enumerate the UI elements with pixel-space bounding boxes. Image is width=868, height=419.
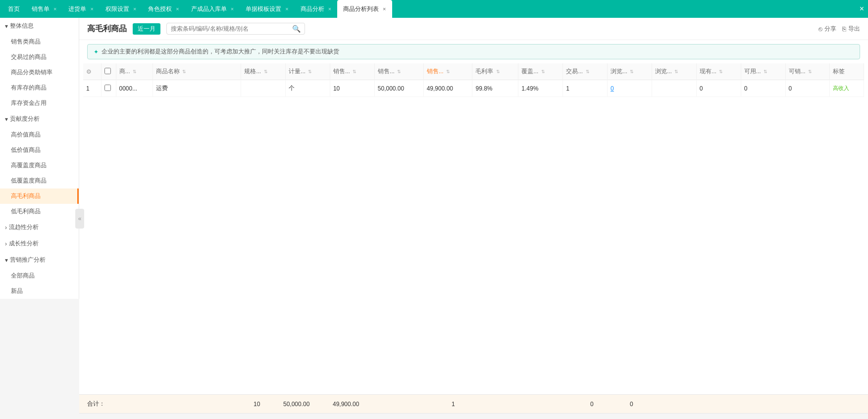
bottom-scrollbar[interactable] bbox=[79, 413, 868, 419]
tab-home[interactable]: 首页 bbox=[2, 0, 26, 18]
sidebar-item-high-coverage[interactable]: 高覆盖度商品 bbox=[0, 158, 79, 173]
sort-icon-stock1[interactable]: ⇅ bbox=[719, 69, 723, 74]
sidebar-item-high-value[interactable]: 高价值商品 bbox=[0, 127, 79, 142]
col-tag: 标签 bbox=[830, 63, 864, 80]
sidebar-item-category-rate[interactable]: 商品分类助销率 bbox=[0, 65, 79, 80]
tab-product-analysis-list[interactable]: 商品分析列表 × bbox=[337, 0, 392, 18]
sort-icon-sales3[interactable]: ⇅ bbox=[446, 69, 450, 74]
close-tab-role[interactable]: × bbox=[176, 6, 179, 12]
cell-tag: 高收入 bbox=[830, 80, 864, 97]
chevron-down-icon-2: ▾ bbox=[5, 116, 8, 123]
sort-icon-browse1[interactable]: ⇅ bbox=[630, 69, 634, 74]
cell-browse2 bbox=[652, 80, 696, 97]
tab-product-analysis[interactable]: 商品分析 × bbox=[295, 0, 337, 18]
sidebar-item-traded-goods[interactable]: 交易过的商品 bbox=[0, 49, 79, 65]
sidebar-item-stock-capital[interactable]: 库存资金占用 bbox=[0, 95, 79, 111]
tab-template-settings[interactable]: 单据模板设置 × bbox=[240, 0, 294, 18]
period-filter-button[interactable]: 近一月 bbox=[133, 23, 160, 35]
sidebar-collapse-button[interactable]: « bbox=[75, 209, 84, 229]
sort-icon-stock2[interactable]: ⇅ bbox=[764, 69, 767, 74]
footer-label: 合计： bbox=[87, 400, 127, 408]
col-code: 商... ⇅ bbox=[116, 63, 153, 80]
sidebar: ▾ 整体信息 销售类商品 交易过的商品 商品分类助销率 有库存的商品 库存资金占… bbox=[0, 18, 79, 299]
sidebar-item-low-value[interactable]: 低价值商品 bbox=[0, 142, 79, 158]
footer-cell-stock1: 0 bbox=[587, 401, 627, 408]
sidebar-item-all-products[interactable]: 全部商品 bbox=[0, 268, 79, 283]
sidebar-group-growth[interactable]: › 成长性分析 bbox=[0, 235, 79, 252]
cell-coverage: 1.49% bbox=[518, 80, 563, 97]
sidebar-item-high-margin[interactable]: 高毛利商品 bbox=[0, 188, 79, 204]
search-icon[interactable]: 🔍 bbox=[292, 25, 301, 33]
export-button[interactable]: ⎘ 导出 bbox=[842, 25, 860, 33]
tab-product-storage[interactable]: 产成品入库单 × bbox=[185, 0, 240, 18]
footer-cell-sales3: 49,900.00 bbox=[330, 401, 379, 408]
tab-sales-order[interactable]: 销售单 × bbox=[26, 0, 62, 18]
close-tab-permission[interactable]: × bbox=[133, 6, 136, 12]
header-actions: ⎋ 分享 ⎘ 导出 bbox=[818, 25, 860, 33]
sort-icon-coverage[interactable]: ⇅ bbox=[541, 69, 545, 74]
sort-icon-spec[interactable]: ⇅ bbox=[264, 69, 268, 74]
cell-stock3: 0 bbox=[785, 80, 830, 97]
sidebar-group-overall[interactable]: ▾ 整体信息 bbox=[0, 18, 79, 34]
sidebar-group-marketing[interactable]: ▾ 营销推广分析 bbox=[0, 252, 79, 268]
share-button[interactable]: ⎋ 分享 bbox=[818, 25, 836, 33]
chevron-down-icon-3: ▾ bbox=[5, 257, 8, 264]
info-banner: ✦ 企业的主要的利润都是这部分商品创造的，可考虑加大推广，同时关注库存是不要出现… bbox=[87, 44, 860, 59]
sort-icon-unit[interactable]: ⇅ bbox=[308, 69, 312, 74]
cell-gross-rate: 99.8% bbox=[472, 80, 518, 97]
close-tab-template[interactable]: × bbox=[285, 6, 288, 12]
close-tab-analysis[interactable]: × bbox=[328, 6, 331, 12]
close-tab-sales[interactable]: × bbox=[53, 6, 56, 12]
footer-values: 10 50,000.00 49,900.00 1 0 0 bbox=[127, 401, 860, 408]
sidebar-item-new-products[interactable]: 新品 bbox=[0, 283, 79, 299]
cell-unit: 个 bbox=[286, 80, 330, 97]
footer-cell-empty3 bbox=[488, 401, 587, 408]
col-coverage: 覆盖... ⇅ bbox=[518, 63, 563, 80]
sidebar-group-trend[interactable]: › 流趋性分析 bbox=[0, 219, 79, 235]
close-all-tabs[interactable]: × bbox=[860, 5, 864, 13]
info-icon: ✦ bbox=[94, 48, 99, 55]
col-spec: 规格... ⇅ bbox=[241, 63, 286, 80]
sidebar-group-contribution[interactable]: ▾ 贡献度分析 bbox=[0, 111, 79, 127]
sort-icon-sales1[interactable]: ⇅ bbox=[353, 69, 357, 74]
col-sales3: 销售... ⇅ bbox=[423, 63, 472, 80]
settings-icon[interactable]: ⚙ bbox=[86, 68, 92, 75]
data-table-wrapper: ⚙ 商... ⇅ 商品名称 ⇅ bbox=[79, 63, 868, 394]
col-gross-rate: 毛利率 ⇅ bbox=[472, 63, 518, 80]
chevron-right-icon-2: › bbox=[5, 240, 7, 247]
tab-purchase-order[interactable]: 进货单 × bbox=[62, 0, 99, 18]
close-tab-product-storage[interactable]: × bbox=[231, 6, 234, 12]
chevron-down-icon: ▾ bbox=[5, 23, 8, 30]
sidebar-item-in-stock[interactable]: 有库存的商品 bbox=[0, 80, 79, 95]
sort-icon-transaction[interactable]: ⇅ bbox=[586, 69, 590, 74]
sidebar-item-sales-goods[interactable]: 销售类商品 bbox=[0, 34, 79, 49]
col-stock1: 现有... ⇅ bbox=[696, 63, 741, 80]
sort-icon-name[interactable]: ⇅ bbox=[182, 69, 186, 74]
select-all-checkbox[interactable] bbox=[104, 68, 111, 74]
top-navigation: 首页 销售单 × 进货单 × 权限设置 × 角色授权 × 产成品入库单 × 单据… bbox=[0, 0, 868, 18]
footer-cell-empty1 bbox=[127, 401, 251, 408]
footer-cell-sales2: 50,000.00 bbox=[280, 401, 330, 408]
table-row: 1 0000... 运费 个 10 50,000.00 49,900.00 99… bbox=[83, 80, 864, 97]
sort-icon-sales2[interactable]: ⇅ bbox=[397, 69, 401, 74]
col-browse2: 浏览... ⇅ bbox=[652, 63, 696, 80]
content-area: 高毛利商品 近一月 🔍 ⎋ 分享 ⎘ 导出 ✦ 企业的主要的利润都是这部分商品创… bbox=[79, 18, 868, 419]
close-tab-purchase[interactable]: × bbox=[90, 6, 93, 12]
row-checkbox[interactable] bbox=[104, 85, 111, 91]
sort-icon-gross[interactable]: ⇅ bbox=[496, 69, 500, 74]
footer-cell-stock2: 0 bbox=[627, 401, 666, 408]
sort-icon-code[interactable]: ⇅ bbox=[133, 69, 137, 74]
cell-checkbox bbox=[101, 80, 116, 97]
close-tab-analysis-list[interactable]: × bbox=[383, 6, 386, 12]
sidebar-item-low-margin[interactable]: 低毛利商品 bbox=[0, 204, 79, 219]
chevron-right-icon: › bbox=[5, 224, 7, 231]
footer-cell-transaction: 1 bbox=[449, 401, 488, 408]
sort-icon-stock3[interactable]: ⇅ bbox=[808, 69, 812, 74]
sidebar-item-low-coverage[interactable]: 低覆盖度商品 bbox=[0, 173, 79, 188]
tab-role-auth[interactable]: 角色授权 × bbox=[142, 0, 185, 18]
page-title: 高毛利商品 bbox=[87, 24, 127, 34]
sort-icon-browse2[interactable]: ⇅ bbox=[674, 69, 678, 74]
browse1-link[interactable]: 0 bbox=[611, 85, 614, 92]
tab-permission-settings[interactable]: 权限设置 × bbox=[100, 0, 142, 18]
search-input[interactable] bbox=[171, 25, 289, 32]
